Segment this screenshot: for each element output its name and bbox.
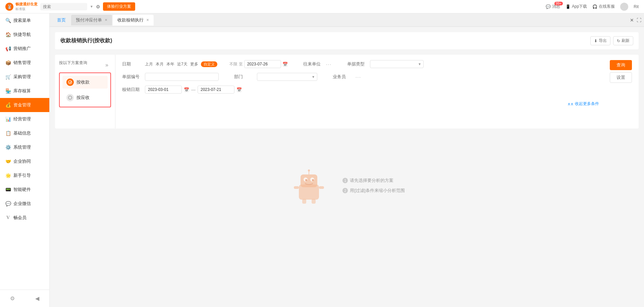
svg-point-6: [305, 179, 307, 181]
brand-name: 畅捷通好生意: [15, 2, 38, 7]
page-header: 收款核销执行(按收款) ⬇ 导出 ↻ 刷新: [55, 32, 639, 49]
sidebar-item-operations[interactable]: 📊 经营管理: [0, 112, 49, 126]
sidebar-item-hardware[interactable]: 📟 智能硬件: [0, 183, 49, 197]
home-icon: 🏠: [5, 32, 11, 37]
filter-settings-button[interactable]: 设置: [610, 72, 632, 83]
query-button[interactable]: 查询: [610, 60, 632, 70]
close-window-icon[interactable]: ✕: [630, 17, 634, 23]
refresh-icon: ↻: [617, 39, 620, 43]
sidebar-item-sales[interactable]: 📦 销售管理: [0, 56, 49, 70]
filter-option-by-receivable[interactable]: 按应收: [62, 91, 108, 104]
app-download-btn[interactable]: 📱 App下载: [566, 4, 587, 9]
settings-icon[interactable]: ⚙: [96, 4, 100, 9]
sidebar-item-quick-nav[interactable]: 🏠 快捷导航: [0, 28, 49, 42]
maximize-icon[interactable]: ⛶: [637, 17, 641, 23]
verify-date-separator: —: [191, 87, 196, 92]
tab-close-active-icon[interactable]: ✕: [146, 18, 149, 22]
tab-close-icon[interactable]: ✕: [105, 18, 107, 22]
sidebar-item-member[interactable]: V 畅会员: [0, 211, 49, 225]
messages-btn[interactable]: 💬 消息 99+: [546, 4, 560, 9]
top-bar-right: 💬 消息 99+ 📱 App下载 🎧 在线客服 Rit: [546, 3, 639, 11]
calendar-icon[interactable]: 📅: [282, 62, 288, 67]
hardware-icon: 📟: [5, 187, 11, 192]
filter-options: 按收款 按应收: [62, 76, 108, 104]
export-button[interactable]: ⬇ 导出: [590, 36, 610, 45]
tab-collection-label: 收款核销执行: [117, 17, 144, 23]
sidebar-item-finance[interactable]: 💰 资金管理: [0, 98, 49, 112]
filter-option-by-collection[interactable]: 按收款: [62, 76, 108, 89]
sidebar-item-system[interactable]: ⚙️ 系统管理: [0, 140, 49, 154]
tab-prepay[interactable]: 预付冲应付单 ✕: [71, 15, 112, 25]
department-select[interactable]: ▾: [257, 73, 317, 81]
salesperson-dots[interactable]: ···: [356, 74, 361, 80]
sidebar-item-marketing[interactable]: 📢 营销推广: [0, 42, 49, 56]
svg-point-0: [68, 81, 72, 84]
brand: 🐰 畅捷通好生意 标准版: [5, 2, 38, 11]
doc-number-input[interactable]: [145, 73, 219, 81]
guide-icon: 🌟: [5, 173, 11, 178]
doc-type-select[interactable]: ▾: [370, 60, 424, 68]
trial-btn[interactable]: 体验行业方案: [103, 2, 135, 11]
shortcut-last-7-days[interactable]: 近7天: [177, 61, 187, 67]
shortcut-this-year[interactable]: 本年: [166, 61, 174, 67]
sidebar-item-purchase[interactable]: 🛒 采购管理: [0, 70, 49, 84]
sidebar-item-basics[interactable]: 📋 基础信息: [0, 126, 49, 140]
sidebar: 🔍 搜索菜单 🏠 快捷导航 📢 营销推广 📦 销售管理 🛒 采购管理 🏪 库存核…: [0, 13, 50, 307]
verify-end-cal-icon[interactable]: 📅: [236, 87, 242, 92]
sidebar-label: 基础信息: [13, 130, 31, 136]
sidebar-label: 智能硬件: [13, 187, 31, 193]
sidebar-collapse-icon[interactable]: ◀: [33, 293, 42, 304]
refresh-button[interactable]: ↻ 刷新: [613, 36, 633, 45]
export-label: 导出: [599, 38, 607, 44]
collapse-left-btn[interactable]: »: [103, 61, 111, 69]
sidebar-item-guide[interactable]: 🌟 新手引导: [0, 168, 49, 183]
sidebar-item-cooperation[interactable]: 🤝 企业协同: [0, 154, 49, 168]
svg-point-7: [312, 179, 314, 181]
step-2-num: 2: [342, 188, 348, 193]
robot-illustration: [289, 166, 329, 206]
username[interactable]: Rit: [634, 4, 639, 9]
salesperson-label: 业务员: [333, 74, 350, 80]
member-icon: V: [5, 215, 11, 220]
chevron-down-icon[interactable]: ▼: [90, 5, 93, 8]
sidebar-label: 销售管理: [13, 60, 31, 66]
department-label: 部门: [234, 74, 252, 80]
sales-icon: 📦: [5, 60, 11, 65]
tab-bar-actions: ✕ ⛶: [630, 17, 641, 23]
chevron-down-icon: ▾: [312, 74, 314, 79]
verify-date-group: 📅 — 📅: [145, 86, 242, 94]
headset-icon: 🎧: [592, 4, 597, 9]
verify-start-cal-icon[interactable]: 📅: [184, 87, 189, 92]
collapse-more-btn[interactable]: ∧∧ 收起更多条件: [568, 101, 599, 107]
app-icon: 📱: [566, 4, 571, 9]
sidebar-item-search[interactable]: 🔍 搜索菜单: [0, 13, 49, 28]
filter-left-panel: 按以下方案查询 » 按收款: [55, 55, 115, 129]
tab-collection[interactable]: 收款核销执行 ✕: [113, 15, 154, 25]
sidebar-item-wechat[interactable]: 💬 企业微信: [0, 197, 49, 211]
shortcut-this-month[interactable]: 本月: [156, 61, 164, 67]
verify-date-start-input[interactable]: [145, 86, 182, 94]
tab-bar: 首页 预付冲应付单 ✕ 收款核销执行 ✕ ✕ ⛶: [50, 13, 644, 27]
page-actions: ⬇ 导出 ↻ 刷新: [590, 36, 633, 45]
sidebar-label: 搜索菜单: [13, 17, 31, 23]
top-search-input[interactable]: [40, 3, 87, 10]
finance-icon: 💰: [5, 102, 11, 108]
shortcut-more[interactable]: 更多: [190, 61, 198, 67]
tab-home[interactable]: 首页: [52, 15, 70, 25]
filter-section-title: 按以下方案查询: [59, 59, 87, 67]
messages-badge: 99+: [554, 2, 563, 5]
sidebar-item-inventory[interactable]: 🏪 库存核算: [0, 84, 49, 98]
sidebar-label: 企业微信: [13, 201, 31, 207]
shortcut-last-month[interactable]: 上月: [145, 61, 153, 67]
filter-row-1: 日期 上月 本月 本年 近7天 更多 自定义: [122, 60, 599, 68]
verify-date-end-input[interactable]: [198, 86, 234, 94]
sidebar-label: 采购管理: [13, 74, 31, 80]
online-service-btn[interactable]: 🎧 在线客服: [592, 4, 615, 9]
custom-tag[interactable]: 自定义: [201, 61, 217, 67]
date-end-input[interactable]: [244, 60, 281, 68]
page-title: 收款核销执行(按收款): [60, 37, 112, 44]
counterpart-dots[interactable]: ···: [326, 62, 332, 67]
sidebar-settings-icon[interactable]: ⚙: [7, 293, 17, 304]
counterpart-label: 往来单位: [303, 61, 321, 67]
tab-home-label: 首页: [57, 17, 66, 23]
